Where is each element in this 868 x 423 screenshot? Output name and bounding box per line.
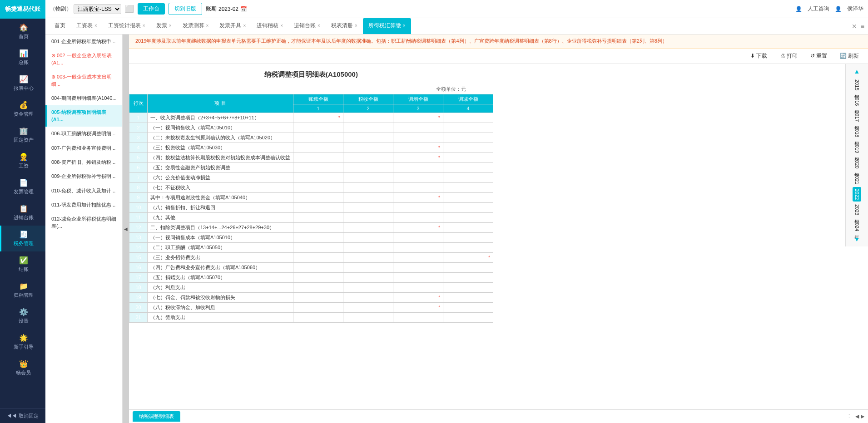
tab-invoice-calc[interactable]: 发票测算× bbox=[177, 18, 214, 34]
cell-col3[interactable] bbox=[393, 162, 443, 172]
cell-col1[interactable] bbox=[293, 143, 343, 152]
cell-item[interactable]: 一、收入类调整项目（2+3+4+5+6+7+8+10+11） bbox=[148, 113, 293, 123]
cell-col2[interactable] bbox=[343, 192, 393, 202]
left-panel-item-012[interactable]: 012-减免企业所得税优惠明细表(... bbox=[45, 212, 122, 233]
sidebar-unpin[interactable]: ◀◀ 取消固定 bbox=[0, 408, 45, 423]
left-panel-item-001[interactable]: 001-企业所得税年度纳税申... bbox=[45, 34, 122, 49]
cell-col4[interactable] bbox=[443, 133, 493, 143]
cell-col4[interactable] bbox=[443, 302, 493, 312]
tab-inbound-check-close[interactable]: × bbox=[280, 23, 283, 28]
cell-col4[interactable] bbox=[443, 282, 493, 292]
year-nav-up[interactable]: ▲ bbox=[852, 66, 862, 77]
sidebar-item-invoice-mgmt[interactable]: 📄 发票管理 bbox=[0, 174, 45, 200]
cell-hangci[interactable]: 2 bbox=[129, 123, 148, 133]
cell-item[interactable]: （九）其他 bbox=[148, 212, 293, 222]
year-nav-down[interactable]: ▼ bbox=[852, 234, 862, 245]
cell-col1[interactable] bbox=[293, 202, 343, 212]
cell-col3[interactable]: * bbox=[393, 152, 443, 162]
left-panel-item-003[interactable]: ⊗ 003-一般企业成本支出明细... bbox=[45, 70, 122, 91]
cell-col1[interactable] bbox=[293, 162, 343, 172]
cell-hangci[interactable]: 14 bbox=[129, 242, 148, 252]
cell-col1[interactable] bbox=[293, 232, 343, 242]
tab-invoice[interactable]: 发票× bbox=[151, 18, 177, 34]
cell-col1[interactable] bbox=[293, 212, 343, 222]
left-panel-item-002[interactable]: ⊗ 002-一般企业收入明细表(A1... bbox=[45, 49, 122, 70]
tab-menu-icon[interactable]: ≡ bbox=[861, 23, 864, 30]
cell-col3[interactable]: * bbox=[393, 113, 443, 123]
sidebar-item-fixed-assets[interactable]: 🏢 固定资产 bbox=[0, 122, 45, 148]
year-nav-2023[interactable]: 2023年 bbox=[853, 202, 861, 217]
cell-item[interactable]: （四）按权益法核算长期股权投资对初始投资成本调整确认收益 bbox=[148, 152, 293, 162]
sidebar-item-report[interactable]: 📈 报表中心 bbox=[0, 70, 45, 96]
tab-invoice-open[interactable]: 发票开具× bbox=[214, 18, 251, 34]
cell-col4[interactable] bbox=[443, 262, 493, 272]
cell-col4[interactable] bbox=[443, 232, 493, 242]
panel-toggle-button[interactable]: ◀ bbox=[123, 34, 129, 423]
tab-salary-report[interactable]: 工资统计报表× bbox=[103, 18, 151, 34]
cell-item[interactable]: （四）广告费和业务宣传费支出（填写A105060） bbox=[148, 262, 293, 272]
cell-col2[interactable] bbox=[343, 133, 393, 143]
download-button[interactable]: ⬇ 下载 bbox=[748, 51, 770, 61]
cell-item[interactable]: 二、扣除类调整项目（13+14+...24+26+27+28+29+30） bbox=[148, 222, 293, 232]
cell-col2[interactable] bbox=[343, 113, 393, 123]
cell-hangci[interactable]: 18 bbox=[129, 282, 148, 292]
year-nav-2021[interactable]: 2021年 bbox=[853, 172, 861, 186]
cell-hangci[interactable]: 20 bbox=[129, 302, 148, 312]
cell-col1[interactable] bbox=[293, 123, 343, 133]
cell-col3[interactable]: * bbox=[393, 222, 443, 232]
left-panel-item-006[interactable]: 006-职工薪酬纳税调整明细... bbox=[45, 127, 122, 141]
year-nav-2020[interactable]: 2020年 bbox=[853, 156, 861, 170]
cell-item[interactable]: （三）业务招待费支出 bbox=[148, 252, 293, 262]
cell-col2[interactable] bbox=[343, 143, 393, 152]
company-copy-icon[interactable]: ⬜ bbox=[125, 5, 134, 13]
calendar-icon[interactable]: 📅 bbox=[240, 6, 247, 12]
workbench-button[interactable]: 工作台 bbox=[138, 3, 165, 15]
cell-item[interactable]: （七）罚金、罚款和被没收财物的损失 bbox=[148, 292, 293, 302]
cell-col2[interactable] bbox=[343, 162, 393, 172]
cell-hangci[interactable]: 12 bbox=[129, 222, 148, 232]
cell-hangci[interactable]: 4 bbox=[129, 143, 148, 152]
cell-hangci[interactable]: 5 bbox=[129, 152, 148, 162]
cell-col2[interactable] bbox=[343, 172, 393, 182]
cell-col3[interactable] bbox=[393, 262, 443, 272]
cell-item[interactable]: （一）视同销售成本（填写A105010） bbox=[148, 232, 293, 242]
cell-col4[interactable] bbox=[443, 113, 493, 123]
tab-salary[interactable]: 工资表× bbox=[71, 18, 103, 34]
cell-item[interactable]: （六）利息支出 bbox=[148, 282, 293, 292]
cell-col4[interactable]: * bbox=[443, 252, 493, 262]
cell-hangci[interactable]: 17 bbox=[129, 272, 148, 282]
year-nav-2016[interactable]: 2016年 bbox=[853, 93, 861, 108]
cell-col3[interactable] bbox=[393, 282, 443, 292]
cell-item[interactable]: （二）未按权责发生制原则确认的收入（填写A105020） bbox=[148, 133, 293, 143]
cell-hangci[interactable]: 15 bbox=[129, 252, 148, 262]
left-panel-item-011[interactable]: 011-研发费用加计扣除优惠... bbox=[45, 198, 122, 212]
cell-col1[interactable] bbox=[293, 133, 343, 143]
cell-col4[interactable] bbox=[443, 182, 493, 192]
year-nav-2022[interactable]: 2022年 bbox=[853, 187, 861, 202]
print-button[interactable]: 🖨 打印 bbox=[777, 51, 800, 61]
cell-col2[interactable] bbox=[343, 202, 393, 212]
cell-col1[interactable] bbox=[293, 242, 343, 252]
sidebar-item-member[interactable]: 👑 畅会员 bbox=[0, 355, 45, 381]
tab-invoice-calc-close[interactable]: × bbox=[206, 23, 209, 28]
cell-hangci[interactable]: 16 bbox=[129, 262, 148, 272]
cell-col1[interactable] bbox=[293, 172, 343, 182]
cell-col3[interactable] bbox=[393, 212, 443, 222]
cell-hangci[interactable]: 11 bbox=[129, 212, 148, 222]
sidebar-item-general-ledger[interactable]: 📊 总账 bbox=[0, 44, 45, 70]
cell-item[interactable]: 其中：专项用途财政性资金（填写A105040） bbox=[148, 192, 293, 202]
tab-home[interactable]: 首页 bbox=[49, 18, 71, 34]
sidebar-item-inbound[interactable]: 📋 进销台账 bbox=[0, 200, 45, 226]
cell-col1[interactable] bbox=[293, 152, 343, 162]
cell-col3[interactable] bbox=[393, 232, 443, 242]
cell-col2[interactable] bbox=[343, 182, 393, 192]
reset-button[interactable]: ↺ 重置 bbox=[808, 51, 830, 61]
year-nav-2024[interactable]: 2024年 bbox=[853, 218, 861, 233]
cell-hangci[interactable]: 19 bbox=[129, 292, 148, 302]
cell-col2[interactable] bbox=[343, 302, 393, 312]
cell-hangci[interactable]: 21 bbox=[129, 312, 148, 322]
cell-col2[interactable] bbox=[343, 312, 393, 322]
tab-tax-return-close[interactable]: × bbox=[355, 23, 357, 28]
year-nav-2018[interactable]: 2018年 bbox=[853, 124, 861, 139]
left-panel-item-009[interactable]: 009-企业所得税弥补亏损明... bbox=[45, 169, 122, 183]
